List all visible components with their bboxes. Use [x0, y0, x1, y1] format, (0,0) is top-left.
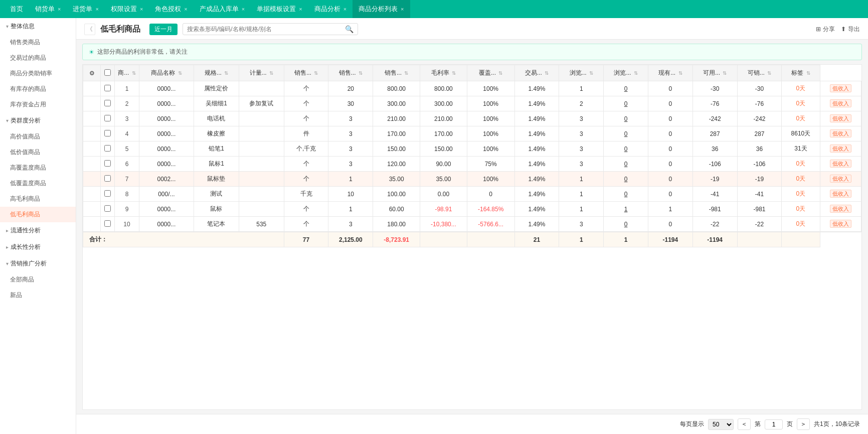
sidebar-group-circulation[interactable]: ▸ 流通性分析: [0, 222, 76, 239]
views1-link[interactable]: 0: [624, 85, 628, 92]
nav-sales-order[interactable]: 销货单 ×: [29, 0, 67, 18]
per-page-select[interactable]: 50 20 100: [708, 419, 734, 430]
sidebar-item-low-coverage[interactable]: 低覆盖度商品: [0, 176, 76, 191]
prev-page-button[interactable]: ＜: [738, 418, 751, 430]
sidebar-item-traded-products[interactable]: 交易过的商品: [0, 50, 76, 66]
row-checkbox-cell[interactable]: [101, 217, 115, 232]
sidebar-item-sales-products[interactable]: 销售类商品: [0, 35, 76, 50]
row-checkbox[interactable]: [104, 100, 111, 106]
col-code[interactable]: 商... ⇅: [115, 65, 139, 81]
row-views1[interactable]: 0: [604, 141, 648, 157]
sidebar-group-cluster[interactable]: ▾ 类群度分析: [0, 112, 76, 129]
row-checkbox[interactable]: [104, 160, 111, 167]
row-checkbox[interactable]: [104, 85, 111, 91]
row-views1[interactable]: 0: [604, 126, 648, 141]
collapse-sidebar-button[interactable]: 《: [84, 24, 95, 35]
row-views1[interactable]: 0: [604, 81, 648, 96]
sidebar-group-overall[interactable]: ▾ 整体信息: [0, 18, 76, 35]
col-days-sellable[interactable]: 可销... ⇅: [737, 65, 782, 81]
views1-link[interactable]: 0: [624, 221, 628, 228]
col-views1[interactable]: 浏览... ⇅: [559, 65, 604, 81]
col-sales-amount[interactable]: 销售... ⇅: [328, 65, 373, 81]
period-button[interactable]: 近一月: [149, 24, 178, 35]
row-views1[interactable]: 0: [604, 217, 648, 232]
views1-link[interactable]: 0: [624, 115, 628, 122]
col-coverage[interactable]: 覆盖... ⇅: [467, 65, 514, 81]
nav-home[interactable]: 首页: [4, 0, 29, 18]
sidebar-item-category-rate[interactable]: 商品分类助销率: [0, 66, 76, 81]
nav-analysis-list[interactable]: 商品分析列表 ×: [353, 0, 410, 18]
sidebar-group-growth[interactable]: ▸ 成长性分析: [0, 239, 76, 255]
close-icon[interactable]: ×: [58, 6, 61, 12]
row-checkbox-cell[interactable]: [101, 141, 115, 157]
select-all-checkbox[interactable]: [104, 69, 111, 76]
close-icon[interactable]: ×: [299, 6, 302, 12]
sidebar-item-all-products[interactable]: 全部商品: [0, 272, 76, 287]
col-settings[interactable]: ⚙: [83, 65, 101, 81]
sidebar-item-stock-capital[interactable]: 库存资金占用: [0, 97, 76, 112]
row-checkbox[interactable]: [104, 145, 111, 152]
row-checkbox[interactable]: [104, 190, 111, 197]
close-icon[interactable]: ×: [140, 6, 143, 12]
sidebar-item-high-coverage[interactable]: 高覆盖度商品: [0, 160, 76, 176]
row-checkbox[interactable]: [104, 205, 111, 212]
row-views1[interactable]: 0: [604, 187, 648, 202]
row-checkbox[interactable]: [104, 130, 111, 136]
row-views1[interactable]: 0: [604, 96, 648, 111]
views1-link[interactable]: 0: [624, 176, 628, 183]
next-page-button[interactable]: ＞: [797, 418, 810, 430]
row-checkbox-cell[interactable]: [101, 81, 115, 96]
close-icon[interactable]: ×: [95, 6, 98, 12]
nav-product-analysis[interactable]: 商品分析 ×: [308, 0, 353, 18]
row-checkbox[interactable]: [104, 115, 111, 121]
row-views1[interactable]: 0: [604, 111, 648, 126]
row-checkbox-cell[interactable]: [101, 172, 115, 187]
nav-permission-settings[interactable]: 权限设置 ×: [105, 0, 149, 18]
row-checkbox-cell[interactable]: [101, 96, 115, 111]
sidebar-item-high-value[interactable]: 高价值商品: [0, 129, 76, 144]
close-icon[interactable]: ×: [401, 6, 404, 12]
col-unit[interactable]: 计量... ⇅: [239, 65, 284, 81]
views1-link[interactable]: 0: [624, 130, 628, 137]
row-views1[interactable]: 1: [604, 202, 648, 217]
row-views1[interactable]: 0: [604, 172, 648, 187]
nav-product-inbound[interactable]: 产成品入库单 ×: [194, 0, 251, 18]
col-gross-margin[interactable]: 毛利率 ⇅: [420, 65, 467, 81]
views1-link[interactable]: 0: [624, 191, 628, 198]
sidebar-item-new-products[interactable]: 新品: [0, 287, 76, 303]
page-number-input[interactable]: [765, 419, 783, 429]
search-input[interactable]: [187, 26, 345, 33]
col-views2[interactable]: 浏览... ⇅: [604, 65, 648, 81]
views1-link[interactable]: 0: [624, 100, 628, 107]
nav-template-settings[interactable]: 单据模板设置 ×: [251, 0, 308, 18]
row-checkbox-cell[interactable]: [101, 202, 115, 217]
col-name[interactable]: 商品名称 ⇅: [139, 65, 194, 81]
share-button[interactable]: ⊞ 分享: [816, 25, 835, 34]
row-checkbox-cell[interactable]: [101, 187, 115, 202]
col-trades[interactable]: 交易... ⇅: [514, 65, 559, 81]
col-sales-qty[interactable]: 销售... ⇅: [284, 65, 328, 81]
col-spec[interactable]: 规格... ⇅: [194, 65, 239, 81]
col-sales-profit[interactable]: 销售... ⇅: [373, 65, 420, 81]
col-select-all[interactable]: [101, 65, 115, 81]
col-stock-current[interactable]: 现有... ⇅: [648, 65, 692, 81]
col-tag[interactable]: 标签 ⇅: [782, 65, 820, 81]
views1-link[interactable]: 0: [624, 161, 628, 168]
sidebar-item-low-value[interactable]: 低价值商品: [0, 144, 76, 160]
col-stock-available[interactable]: 可用... ⇅: [692, 65, 737, 81]
row-checkbox-cell[interactable]: [101, 126, 115, 141]
close-icon[interactable]: ×: [242, 6, 245, 12]
row-views1[interactable]: 0: [604, 157, 648, 172]
nav-role-auth[interactable]: 角色授权 ×: [149, 0, 193, 18]
close-icon[interactable]: ×: [184, 6, 187, 12]
views1-link[interactable]: 0: [624, 146, 628, 153]
sidebar-item-in-stock[interactable]: 有库存的商品: [0, 81, 76, 97]
views1-link[interactable]: 1: [624, 206, 628, 213]
nav-purchase-order[interactable]: 进货单 ×: [67, 0, 104, 18]
sidebar-item-low-margin[interactable]: 低毛利商品: [0, 207, 76, 222]
row-checkbox[interactable]: [104, 175, 111, 182]
sidebar-item-high-margin[interactable]: 高毛利商品: [0, 191, 76, 207]
close-icon[interactable]: ×: [343, 6, 346, 12]
row-checkbox[interactable]: [104, 220, 111, 227]
sidebar-group-marketing[interactable]: ▾ 营销推广分析: [0, 255, 76, 272]
